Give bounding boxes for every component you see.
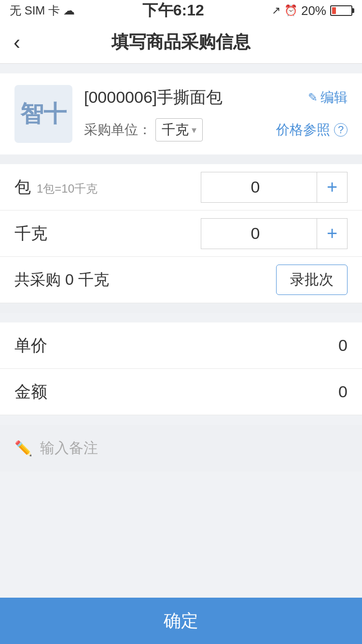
divider-1 (0, 154, 362, 164)
location-icon: ↗ (272, 4, 280, 17)
battery-icon (330, 5, 352, 16)
product-logo: 智十 (20, 98, 67, 129)
unit-value: 千克 (162, 121, 189, 139)
unit-row: 采购单位： 千克 ▾ 价格参照 ? (84, 118, 348, 141)
page-title: 填写商品采购信息 (111, 30, 251, 54)
footer-spacer (0, 472, 362, 528)
summary-text: 共采购 0 千克 (14, 269, 109, 291)
back-button[interactable]: ‹ (14, 32, 20, 53)
product-card: 智十 [0000006]手撕面包 ✎ 编辑 采购单位： 千克 ▾ 价格参照 ? (0, 73, 362, 154)
bag-label-group: 包 1包=10千克 (14, 176, 97, 198)
bag-plus-button[interactable]: + (317, 172, 348, 203)
kg-label: 千克 (14, 223, 47, 245)
product-info: [0000006]手撕面包 ✎ 编辑 采购单位： 千克 ▾ 价格参照 ? (84, 86, 348, 141)
note-section[interactable]: ✏️ 输入备注 (0, 425, 362, 472)
kg-plus-button[interactable]: + (317, 218, 348, 249)
kg-input-row: 千克 + (0, 210, 362, 257)
bag-input-row: 包 1包=10千克 + (0, 164, 362, 210)
note-placeholder: 输入备注 (40, 438, 98, 458)
amount-label: 金额 (14, 381, 47, 403)
product-name-row: [0000006]手撕面包 ✎ 编辑 (84, 86, 348, 109)
edit-icon: ✎ (308, 91, 318, 104)
unit-label: 采购单位： (84, 121, 152, 139)
status-time: 下午6:12 (142, 0, 204, 21)
bag-label: 包 (14, 176, 31, 198)
amount-row: 金额 0 (0, 369, 362, 415)
price-ref-label: 价格参照 (276, 121, 330, 139)
unit-price-label: 单价 (14, 335, 47, 357)
summary-row: 共采购 0 千克 录批次 (0, 257, 362, 303)
kg-input-right: + (201, 218, 348, 249)
sim-label: 无 SIM 卡 ☁ (10, 3, 75, 18)
amount-value: 0 (338, 382, 348, 401)
kg-quantity-input[interactable] (201, 218, 317, 249)
nav-bar: ‹ 填写商品采购信息 (0, 21, 362, 64)
edit-label: 编辑 (320, 88, 348, 107)
price-section: 单价 0 金额 0 (0, 322, 362, 415)
record-batch-button[interactable]: 录批次 (276, 265, 348, 295)
input-section: 包 1包=10千克 + 千克 + (0, 164, 362, 257)
unit-price-row: 单价 0 (0, 322, 362, 369)
bag-sub: 1包=10千克 (37, 181, 97, 196)
status-right: ↗ ⏰ 20% (272, 3, 352, 18)
bag-input-right: + (201, 172, 348, 203)
unit-select[interactable]: 千克 ▾ (155, 118, 203, 141)
info-icon: ? (334, 123, 348, 137)
edit-button[interactable]: ✎ 编辑 (308, 88, 348, 107)
bag-quantity-input[interactable] (201, 172, 317, 203)
unit-price-value: 0 (338, 336, 348, 355)
alarm-icon: ⏰ (284, 4, 297, 17)
product-image: 智十 (14, 85, 72, 143)
product-name: [0000006]手撕面包 (84, 86, 223, 109)
chevron-down-icon: ▾ (192, 124, 196, 136)
status-left: 无 SIM 卡 ☁ (10, 3, 75, 18)
confirm-button-label: 确定 (164, 609, 198, 633)
kg-label-group: 千克 (14, 223, 47, 245)
pencil-icon: ✏️ (14, 440, 32, 457)
divider-2 (0, 303, 362, 313)
status-bar: 无 SIM 卡 ☁ 下午6:12 ↗ ⏰ 20% (0, 0, 362, 21)
confirm-footer[interactable]: 确定 (0, 598, 362, 644)
price-ref-button[interactable]: 价格参照 ? (276, 121, 348, 139)
battery-percent: 20% (301, 3, 326, 18)
